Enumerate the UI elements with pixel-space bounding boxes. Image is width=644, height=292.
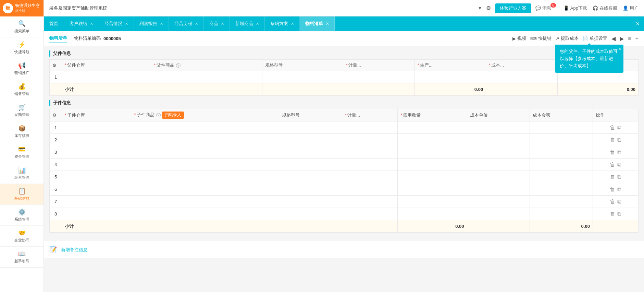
grid-view-btn[interactable]: ≡	[628, 35, 631, 42]
action-icons-1[interactable]: 🗑⧉	[596, 125, 635, 131]
child-unit-price-2[interactable]	[467, 134, 530, 146]
add-row-btn[interactable]: +	[635, 35, 639, 42]
copy-icon-2[interactable]: ⧉	[617, 137, 621, 143]
tab-profit-close[interactable]: ✕	[160, 22, 163, 26]
child-qty-8[interactable]	[398, 208, 467, 220]
parent-warehouse-cell[interactable]	[62, 71, 151, 83]
child-qty-2[interactable]	[398, 134, 467, 146]
parent-product-cell[interactable]	[151, 71, 262, 83]
message-btn[interactable]: 💬 消息 6	[535, 5, 558, 11]
child-qty-5[interactable]	[398, 171, 467, 183]
experience-btn[interactable]: 体验行业方案	[495, 3, 531, 13]
nav-close-all[interactable]: ✕	[631, 16, 644, 31]
tab-barcode-close[interactable]: ✕	[291, 22, 294, 26]
sidebar-item-guide[interactable]: 📖 新手引导	[0, 247, 44, 268]
settings-icon[interactable]: ⚙	[486, 5, 491, 11]
tab-operation[interactable]: 经营情况 ✕	[99, 16, 134, 31]
child-qty-1[interactable]	[398, 121, 467, 134]
child-unit-price-3[interactable]	[467, 146, 530, 159]
bottom-add-label[interactable]: 新增备注信息	[61, 247, 88, 253]
child-spec-8[interactable]	[279, 208, 342, 220]
app-download-btn[interactable]: 📱 App下载	[564, 5, 587, 11]
child-product-8[interactable]	[131, 208, 279, 220]
child-unit-4[interactable]	[342, 159, 398, 171]
tab-new-product-close[interactable]: ✕	[256, 22, 259, 26]
action-icons-8[interactable]: 🗑⧉	[596, 211, 635, 217]
child-spec-6[interactable]	[279, 183, 342, 196]
sidebar-item-finance[interactable]: 💳 资金管理	[0, 142, 44, 163]
user-btn[interactable]: 👤 用户	[623, 5, 639, 11]
parent-unit-cell[interactable]	[343, 71, 415, 83]
single-settings-btn[interactable]: 📄 单据设置	[583, 35, 607, 42]
delete-icon-2[interactable]: 🗑	[610, 137, 615, 143]
child-unit-1[interactable]	[342, 121, 398, 134]
copy-icon-4[interactable]: ⧉	[617, 162, 621, 168]
child-unit-6[interactable]	[342, 183, 398, 196]
child-product-5[interactable]	[131, 171, 279, 183]
sidebar-item-purchase[interactable]: 🛒 采购管理	[0, 100, 44, 121]
parent-cost-cell[interactable]	[486, 71, 558, 83]
child-product-6[interactable]	[131, 183, 279, 196]
child-unit-3[interactable]	[342, 146, 398, 159]
child-spec-5[interactable]	[279, 171, 342, 183]
parent-production-cell[interactable]	[414, 71, 486, 83]
sidebar-item-marketing[interactable]: 📢 营销推广	[0, 58, 44, 79]
child-unit-5[interactable]	[342, 171, 398, 183]
child-unit-price-4[interactable]	[467, 159, 530, 171]
tab-barcode[interactable]: 条码方案 ✕	[265, 16, 300, 31]
delete-icon-8[interactable]: 🗑	[610, 211, 615, 217]
shortcut-btn[interactable]: ⌨ 快捷键	[530, 35, 552, 42]
child-unit-7[interactable]	[342, 196, 398, 208]
tab-operation-close[interactable]: ✕	[125, 22, 128, 26]
nav-next-btn[interactable]: ▶	[620, 35, 624, 42]
child-spec-2[interactable]	[279, 134, 342, 146]
child-warehouse-4[interactable]	[62, 159, 131, 171]
tab-product[interactable]: 商品 ✕	[204, 16, 230, 31]
child-qty-3[interactable]	[398, 146, 467, 159]
copy-icon-8[interactable]: ⧉	[617, 211, 621, 217]
child-warehouse-7[interactable]	[62, 196, 131, 208]
child-warehouse-6[interactable]	[62, 183, 131, 196]
tab-home[interactable]: 首页	[44, 16, 64, 31]
online-service-btn[interactable]: 🎧 在线客服	[593, 5, 617, 11]
tab-bom-close[interactable]: ✕	[326, 22, 329, 26]
child-warehouse-2[interactable]	[62, 134, 131, 146]
action-icons-7[interactable]: 🗑⧉	[596, 199, 635, 205]
child-product-info-icon[interactable]: ?	[156, 113, 161, 117]
delete-icon-4[interactable]: 🗑	[610, 162, 615, 168]
tab-history[interactable]: 经营历程 ✕	[169, 16, 204, 31]
child-qty-6[interactable]	[398, 183, 467, 196]
sidebar-item-quick-nav[interactable]: ⚡ 快捷导航	[0, 37, 44, 58]
child-unit-2[interactable]	[342, 134, 398, 146]
child-unit-8[interactable]	[342, 208, 398, 220]
child-spec-4[interactable]	[279, 159, 342, 171]
tab-customer[interactable]: 客户联络 ✕	[64, 16, 99, 31]
scan-input-btn[interactable]: 扫码录入	[162, 112, 184, 119]
child-warehouse-3[interactable]	[62, 146, 131, 159]
dropdown-arrow-icon[interactable]: ▼	[478, 5, 482, 11]
tab-new-product[interactable]: 新增商品 ✕	[230, 16, 265, 31]
delete-icon-3[interactable]: 🗑	[610, 149, 615, 155]
delete-icon-1[interactable]: 🗑	[610, 125, 615, 131]
tab-product-close[interactable]: ✕	[221, 22, 224, 26]
parent-settings-col[interactable]: ⚙	[50, 60, 62, 71]
parent-product-info-icon[interactable]: ?	[176, 63, 181, 68]
child-qty-7[interactable]	[398, 196, 467, 208]
sidebar-item-system[interactable]: ⚙️ 系统管理	[0, 205, 44, 226]
delete-icon-7[interactable]: 🗑	[610, 199, 615, 205]
action-icons-3[interactable]: 🗑⧉	[596, 149, 635, 155]
child-spec-1[interactable]	[279, 121, 342, 134]
child-spec-7[interactable]	[279, 196, 342, 208]
copy-icon-7[interactable]: ⧉	[617, 199, 621, 205]
child-warehouse-8[interactable]	[62, 208, 131, 220]
child-unit-price-6[interactable]	[467, 183, 530, 196]
action-icons-2[interactable]: 🗑⧉	[596, 137, 635, 143]
sidebar-item-inventory[interactable]: 📦 库存核算	[0, 121, 44, 142]
video-btn[interactable]: ▶ 视频	[512, 35, 526, 42]
delete-icon-6[interactable]: 🗑	[610, 186, 615, 192]
copy-icon-3[interactable]: ⧉	[617, 149, 621, 155]
child-product-2[interactable]	[131, 134, 279, 146]
sidebar-item-sales[interactable]: 💰 销售管理	[0, 79, 44, 100]
tab-history-close[interactable]: ✕	[195, 22, 198, 26]
child-unit-price-1[interactable]	[467, 121, 530, 134]
